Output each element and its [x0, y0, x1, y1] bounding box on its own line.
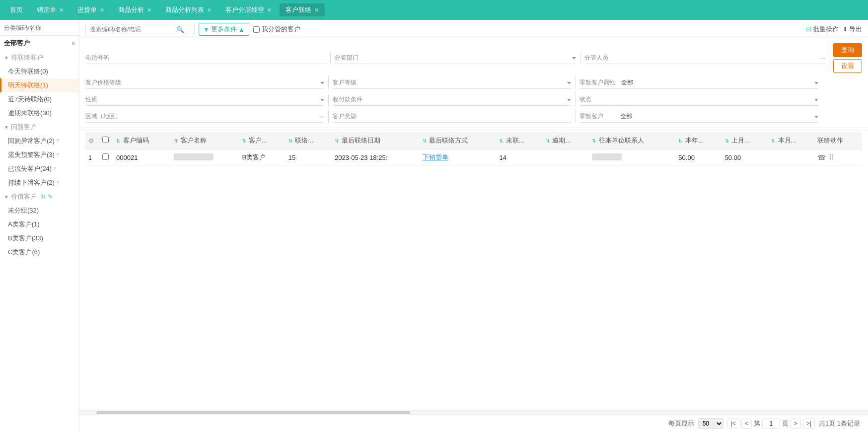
sidebar-item-overdue[interactable]: 逾期未联络(30) [0, 106, 79, 120]
nav-sales[interactable]: 销货单 ✕ [31, 3, 70, 16]
row-last-date: 2023-05-23 18:25: [332, 149, 420, 166]
sidebar-item-declining[interactable]: 持续下滑客户(2) ? [0, 176, 79, 190]
sidebar-item-class-a[interactable]: A类客户(1) [0, 217, 79, 231]
region-dots-icon[interactable]: ··· [319, 113, 324, 120]
filter-manager: 分管人员 ··· [584, 52, 825, 64]
sidebar-all-customers[interactable]: 全部客户 « [0, 36, 79, 51]
query-button[interactable]: 查询 [833, 43, 862, 57]
scroll-thumb[interactable] [96, 411, 410, 414]
filter-divider-8 [575, 110, 576, 124]
col-type-header[interactable]: ⇅ 客户... [239, 132, 285, 149]
nav-product-list[interactable]: 商品分析列表 ✕ [159, 3, 217, 16]
sidebar-search-input[interactable] [4, 24, 78, 31]
sort-icon-contact: ⇅ [289, 138, 292, 144]
my-customers-checkbox-input[interactable] [253, 26, 260, 33]
help-icon-churn-warning[interactable]: ? [56, 152, 59, 158]
sort-icon-year: ⇅ [678, 138, 682, 144]
payment-chevron-icon [567, 97, 571, 103]
search-box: 🔍 [85, 24, 195, 35]
row-last-method[interactable]: 下销货单 [420, 149, 497, 166]
filter-btn[interactable]: ▼ 更多条件 ▲ [199, 23, 249, 36]
row-checkbox[interactable] [99, 149, 113, 166]
nav-product-list-close-icon[interactable]: ✕ [207, 7, 212, 13]
table-container: ⚙ ⇅ 客户编码 ⇅ 客户名称 [79, 128, 868, 410]
col-uncontact-header[interactable]: ⇅ 未联... [496, 132, 542, 149]
col-this-month-header[interactable]: ⇅ 本月... [768, 132, 814, 149]
my-customers-checkbox[interactable]: 我分管的客户 [253, 25, 300, 34]
nav-customer-contact[interactable]: 客户联络 ✕ [280, 3, 325, 16]
search-input[interactable] [90, 26, 174, 33]
help-icon-churned[interactable]: ? [53, 166, 56, 172]
col-last-method-header[interactable]: ⇅ 最后联络方式 [420, 132, 497, 149]
more-icon[interactable]: ⠿ [829, 153, 834, 161]
search-icon[interactable]: 🔍 [176, 26, 184, 33]
page-nav: |< < 第 页 > >| [727, 419, 815, 429]
row-overdue [543, 149, 589, 166]
next-page-btn[interactable]: > [791, 419, 801, 429]
per-page-select[interactable]: 50 100 200 [698, 418, 723, 429]
filter-gender: 性质 [85, 94, 324, 106]
sidebar-item-class-c[interactable]: C类客户(6) [0, 245, 79, 259]
page-input[interactable] [762, 419, 780, 429]
nav-customer-layer-close-icon[interactable]: ✕ [267, 7, 272, 13]
customer-level-chevron-icon [567, 80, 571, 86]
row-last-month: 50.00 [722, 149, 768, 166]
sidebar: 🔍 全部客户 « ▼ 待联络客户 今天待联络(0) 明天待联络(1) 近7天待联… [0, 20, 79, 432]
set-button[interactable]: 设置 [833, 59, 862, 73]
col-code-header[interactable]: ⇅ 客户编码 [113, 132, 171, 149]
col-last-month-header[interactable]: ⇅ 上月... [722, 132, 768, 149]
help-icon-abnormal[interactable]: ? [56, 138, 59, 144]
col-name-header[interactable]: ⇅ 客户名称 [171, 132, 239, 149]
sidebar-item-tomorrow[interactable]: 明天待联络(1) [0, 78, 79, 92]
prev-page-btn[interactable]: < [741, 419, 752, 429]
nav-purchase-close-icon[interactable]: ✕ [100, 7, 104, 13]
top-nav: 首页 销货单 ✕ 进货单 ✕ 商品分析 ✕ 商品分析列表 ✕ 客户分层经营 ✕ … [0, 0, 868, 20]
nav-customer-contact-close-icon[interactable]: ✕ [314, 7, 319, 13]
nav-customer-layer[interactable]: 客户分层经营 ✕ [219, 3, 278, 16]
select-all-checkbox[interactable] [102, 137, 109, 143]
sidebar-search-box: 🔍 [0, 20, 79, 36]
help-icon-declining[interactable]: ? [56, 180, 59, 186]
export-btn[interactable]: ⬆ 导出 [843, 25, 862, 34]
col-overdue-header[interactable]: ⇅ 逾期... [543, 132, 589, 149]
filter-panel: 电话号码 分管部门 分管人员 ··· 查询 设置 [79, 39, 868, 128]
nav-home[interactable]: 首页 [4, 3, 29, 16]
row-this-month [768, 149, 814, 166]
scroll-bar [79, 410, 868, 415]
nav-sales-close-icon[interactable]: ✕ [59, 7, 64, 13]
toolbar: 🔍 ▼ 更多条件 ▲ 我分管的客户 ☑ 批量操作 ⬆ 导出 [79, 20, 868, 39]
col-last-date-header[interactable]: ⇅ 最后联络日期 [332, 132, 420, 149]
last-page-btn[interactable]: >| [803, 419, 815, 429]
sidebar-item-abnormal[interactable]: 回购异常客户(2) ? [0, 134, 79, 148]
value-level-chevron-icon [320, 80, 324, 86]
filter-divider-7 [328, 110, 329, 124]
sidebar-item-churned[interactable]: 已流失客户(24) ? [0, 162, 79, 176]
gender-chevron-icon [320, 97, 324, 103]
col-contact-count-header[interactable]: ⇅ 联络... [286, 132, 332, 149]
sidebar-item-7days[interactable]: 近7天待联络(0) [0, 92, 79, 106]
footer: 每页显示 50 100 200 |< < 第 页 > >| 共1页 1条记录 [79, 415, 868, 432]
col-checkbox[interactable] [99, 132, 113, 149]
filter-retail-attr: 零散客户属性 全部 [579, 77, 818, 89]
col-unit-contact-header[interactable]: ⇅ 往来单位联系人 [589, 132, 675, 149]
sidebar-item-class-b[interactable]: B类客户(33) [0, 231, 79, 245]
col-settings[interactable]: ⚙ [85, 132, 99, 149]
nav-purchase[interactable]: 进货单 ✕ [72, 3, 110, 16]
filter-region: 区域（地区） ··· [85, 111, 324, 123]
col-this-year-header[interactable]: ⇅ 本年... [675, 132, 722, 149]
contact-icon[interactable]: ☎ [817, 153, 826, 161]
sidebar-item-churn-warning[interactable]: 流失预警客户(3) ? [0, 148, 79, 162]
nav-product-analysis[interactable]: 商品分析 ✕ [112, 3, 157, 16]
table-header-row: ⚙ ⇅ 客户编码 ⇅ 客户名称 [85, 132, 862, 149]
filter-divider-2 [580, 51, 580, 65]
batch-op-btn[interactable]: ☑ 批量操作 [806, 25, 839, 34]
sort-icon-last-method: ⇅ [423, 138, 427, 144]
filter-dept: 分管部门 [335, 52, 576, 64]
filter-btn-group: 查询 设置 [833, 43, 862, 73]
manager-dots-icon[interactable]: ··· [820, 55, 825, 62]
row-checkbox-input[interactable] [102, 153, 109, 160]
nav-product-analysis-close-icon[interactable]: ✕ [147, 7, 151, 13]
sidebar-item-today[interactable]: 今天待联络(0) [0, 65, 79, 78]
sidebar-item-ungrouped[interactable]: 未分组(32) [0, 204, 79, 217]
first-page-btn[interactable]: |< [727, 419, 739, 429]
